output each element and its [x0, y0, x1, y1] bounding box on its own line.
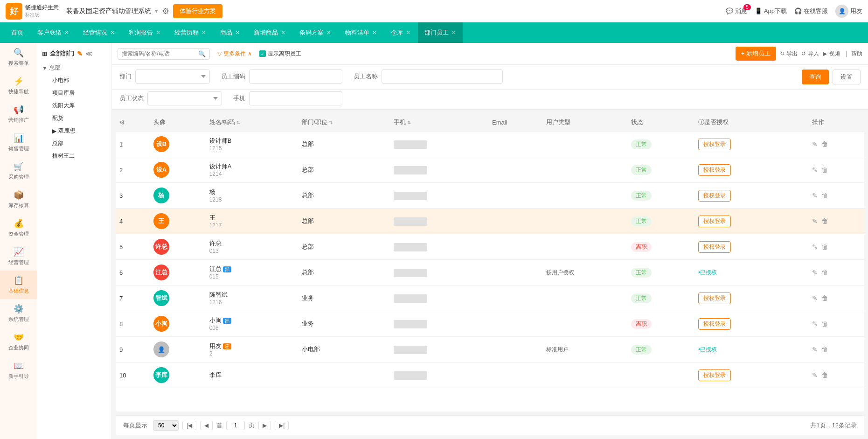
nav-finance[interactable]: 💰 资金管理 [0, 214, 37, 242]
filter-empcode-input[interactable] [249, 70, 342, 84]
auth-button[interactable]: 授权登录 [698, 164, 731, 176]
nav-profit[interactable]: 利润报告✕ [122, 22, 167, 43]
edit-icon[interactable]: ✎ [812, 294, 818, 302]
auth-button[interactable]: 授权登录 [698, 318, 731, 330]
dept-item-shenyang[interactable]: 沈阳大库 [45, 99, 111, 112]
dept-item-xiaodian[interactable]: 小电部 [45, 74, 111, 87]
nav-history[interactable]: 经营历程✕ [168, 22, 213, 43]
search-input[interactable] [122, 50, 196, 57]
col-settings[interactable]: ⚙ [116, 113, 150, 132]
nav-guide[interactable]: 📖 新手引导 [0, 356, 37, 384]
delete-icon[interactable]: 🗑 [821, 243, 828, 251]
app-download-button[interactable]: 📱 App下载 [755, 7, 787, 15]
filter-phone-input[interactable] [249, 91, 342, 105]
edit-icon[interactable]: ✎ [812, 192, 818, 199]
auth-button[interactable]: 授权登录 [698, 216, 731, 227]
nav-bom[interactable]: 物料清单✕ [339, 22, 383, 43]
current-page-input[interactable] [226, 421, 245, 430]
edit-icon[interactable]: ✎ [812, 269, 818, 276]
delete-icon[interactable]: 🗑 [821, 294, 828, 302]
reset-button[interactable]: 设置 [833, 70, 861, 84]
col-mobile[interactable]: 手机 [390, 113, 488, 132]
checkbox-icon: ✓ [259, 50, 266, 57]
filter-empname-input[interactable] [382, 70, 503, 84]
nav-warehouse[interactable]: 仓库✕ [384, 22, 417, 43]
dept-group-toggle[interactable]: ▼ 总部 [37, 62, 111, 74]
edit-icon[interactable]: ✎ [812, 243, 818, 251]
nav-inventory[interactable]: 📦 库存核算 [0, 185, 37, 214]
nav-basic-info[interactable]: 📋 基础信息 [0, 271, 37, 299]
import-button[interactable]: ↺ 导入 [801, 50, 819, 58]
nav-marketing[interactable]: 📢 营销推广 [0, 100, 37, 128]
show-resigned-checkbox[interactable]: ✓ 显示离职员工 [259, 50, 301, 58]
message-button[interactable]: 💬 消息 5 [726, 7, 747, 15]
edit-icon[interactable]: ✎ [812, 166, 818, 174]
first-page-button[interactable]: |◀ [182, 421, 196, 430]
nav-operations[interactable]: 📈 经营管理 [0, 242, 37, 271]
per-page-select[interactable]: 50 100 [153, 420, 179, 431]
help-button[interactable]: ｜ 帮助 [844, 50, 862, 58]
nav-barcode[interactable]: 条码方案✕ [293, 22, 338, 43]
auth-button[interactable]: 授权登录 [698, 139, 731, 150]
nav-add-goods[interactable]: 新增商品✕ [247, 22, 292, 43]
dept-item-shuanglu[interactable]: ▶双鹿想 [45, 125, 111, 137]
filter-empstatus-group: 员工状态 [119, 91, 222, 105]
table-row: 10李库李库--------授权登录✎🗑 [116, 362, 864, 388]
last-page-button[interactable]: ▶| [275, 421, 289, 430]
edit-icon[interactable]: ✎ [812, 320, 818, 328]
col-dept[interactable]: 部门/职位 [298, 113, 390, 132]
next-page-button[interactable]: ▶ [258, 421, 271, 430]
nav-sales[interactable]: 📊 销售管理 [0, 128, 37, 157]
dept-item-project[interactable]: 项目库房 [45, 87, 111, 99]
filter-empstatus-select[interactable] [147, 91, 222, 105]
nav-goods[interactable]: 商品✕ [214, 22, 246, 43]
nav-customer[interactable]: 客户联络✕ [31, 22, 76, 43]
nav-purchase[interactable]: 🛒 采购管理 [0, 157, 37, 185]
dept-item-zhishu[interactable]: 植树王二 [45, 150, 111, 162]
nav-quick-nav[interactable]: ⚡ 快捷导航 [0, 71, 37, 100]
system-dropdown-icon[interactable]: ▾ [155, 7, 158, 14]
delete-icon[interactable]: 🗑 [821, 371, 828, 379]
edit-icon[interactable]: ✎ [812, 371, 818, 379]
row-empty [791, 234, 808, 260]
delete-icon[interactable]: 🗑 [821, 166, 828, 174]
user-area[interactable]: 👤 用友 [835, 5, 862, 18]
all-dept-label[interactable]: 全部部门 [50, 49, 74, 58]
edit-icon[interactable]: ✎ [812, 140, 818, 148]
nav-search-menu[interactable]: 🔍 搜索菜单 [0, 43, 37, 71]
dept-item-peihuo[interactable]: 配货 [45, 112, 111, 125]
nav-department[interactable]: 部门员工✕ [418, 22, 463, 43]
try-button[interactable]: 体验行业方案 [173, 4, 222, 18]
settings-button[interactable]: ⚙ [162, 6, 169, 16]
edit-icon[interactable]: ✎ [812, 217, 818, 225]
delete-icon[interactable]: 🗑 [821, 320, 828, 328]
filter-dept-select[interactable] [135, 70, 210, 84]
col-name[interactable]: 姓名/编码 [206, 113, 298, 132]
nav-operation[interactable]: 经营情况✕ [76, 22, 121, 43]
auth-button[interactable]: 授权登录 [698, 241, 731, 253]
dept-item-zongbu[interactable]: 总部 [45, 137, 111, 150]
delete-icon[interactable]: 🗑 [821, 140, 828, 148]
prev-page-button[interactable]: ◀ [200, 421, 213, 430]
nav-system[interactable]: ⚙️ 系统管理 [0, 299, 37, 328]
delete-icon[interactable]: 🗑 [821, 346, 828, 353]
collapse-dept-icon[interactable]: ≪ [85, 50, 92, 57]
export-button[interactable]: ↻ 导出 [780, 50, 798, 58]
edit-icon[interactable]: ✎ [812, 346, 818, 353]
dept-sub-items: 小电部 项目库房 沈阳大库 配货 ▶双鹿想 总部 植树王二 [37, 74, 111, 162]
nav-cooperation[interactable]: 🤝 企业协同 [0, 328, 37, 356]
auth-button[interactable]: 授权登录 [698, 369, 731, 381]
delete-icon[interactable]: 🗑 [821, 217, 828, 225]
query-button[interactable]: 查询 [802, 70, 829, 84]
more-filter-button[interactable]: ▽ 更多条件 ∧ [214, 48, 256, 60]
edit-dept-icon[interactable]: ✎ [77, 50, 83, 57]
auth-button[interactable]: 授权登录 [698, 190, 731, 202]
online-service-button[interactable]: 🎧 在线客服 [794, 7, 828, 15]
delete-icon[interactable]: 🗑 [821, 269, 828, 276]
view-button[interactable]: ▶ 视频 [823, 50, 840, 58]
row-usertype [542, 209, 627, 234]
delete-icon[interactable]: 🗑 [821, 192, 828, 199]
add-employee-button[interactable]: + 新增员工 [736, 47, 776, 61]
auth-button[interactable]: 授权登录 [698, 293, 731, 304]
nav-home[interactable]: 首页 [5, 22, 30, 43]
